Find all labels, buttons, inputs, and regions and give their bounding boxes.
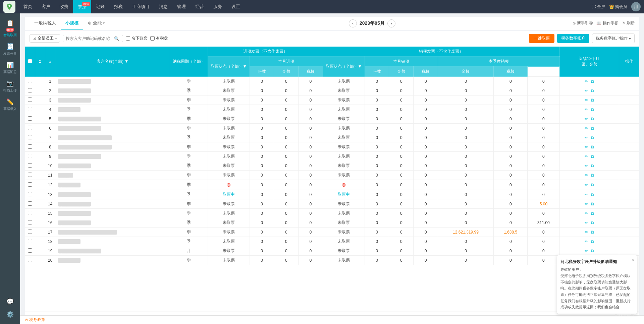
- nav-message[interactable]: 消息: [154, 0, 172, 13]
- nav-manage[interactable]: 管理: [172, 0, 191, 13]
- sidebar-item-zhiqupiao[interactable]: 📋 new 智能取票: [0, 17, 20, 40]
- refresh-btn[interactable]: ↻ 刷新: [622, 20, 635, 26]
- edit-icon[interactable]: ✏: [584, 135, 589, 140]
- manual-btn[interactable]: 📖 操作手册: [596, 20, 619, 26]
- row-checkbox[interactable]: [28, 230, 32, 234]
- notif-close-btn[interactable]: ×: [632, 257, 634, 263]
- edit-icon[interactable]: ✏: [584, 182, 589, 187]
- col-jin-status[interactable]: 取票状态（全部）▼: [208, 57, 250, 77]
- copy-icon[interactable]: ⧉: [590, 220, 594, 225]
- edit-icon[interactable]: ✏: [584, 126, 589, 131]
- sidebar-item-cfg[interactable]: ⚙️: [5, 308, 15, 321]
- tax-policy-btn[interactable]: ⊙ 税务政策: [25, 317, 45, 323]
- edit-icon[interactable]: ✏: [584, 79, 589, 84]
- col-customer[interactable]: 客户名称(全部) ▼: [55, 47, 170, 77]
- copy-icon[interactable]: ⧉: [590, 88, 594, 93]
- nav-bookkeeping[interactable]: 记账: [91, 0, 109, 13]
- row-checkbox[interactable]: [28, 163, 32, 168]
- tab-xiaogui[interactable]: 小规模: [61, 17, 83, 30]
- tab-quanneng[interactable]: ⊕ 全能 ▾: [83, 17, 110, 30]
- copy-icon[interactable]: ⧉: [590, 248, 594, 253]
- edit-icon[interactable]: ✏: [584, 116, 589, 121]
- cumulative-link[interactable]: 5.00: [540, 202, 547, 206]
- sidebar-item-luru[interactable]: ✏️ 票据录入: [0, 95, 20, 114]
- row-checkbox[interactable]: [28, 192, 32, 196]
- nav-home[interactable]: 首页: [19, 0, 37, 13]
- search-input[interactable]: [66, 36, 113, 41]
- ledger-checkbox[interactable]: [126, 36, 130, 41]
- fullscreen-btn[interactable]: ⛶ 全屏: [592, 4, 605, 10]
- edit-icon[interactable]: ✏: [584, 230, 589, 235]
- tab-yiban[interactable]: 一般纳税人: [30, 17, 61, 30]
- row-checkbox[interactable]: [28, 201, 32, 206]
- edit-icon[interactable]: ✏: [584, 173, 589, 178]
- edit-icon[interactable]: ✏: [584, 144, 589, 149]
- row-checkbox[interactable]: [28, 116, 32, 121]
- copy-icon[interactable]: ⧉: [590, 173, 594, 178]
- sidebar-item-msg[interactable]: 💬: [5, 295, 15, 308]
- copy-icon[interactable]: ⧉: [590, 116, 594, 121]
- row-checkbox[interactable]: [28, 154, 32, 158]
- nav-ticket[interactable]: 票据 new: [73, 0, 91, 13]
- copy-icon[interactable]: ⧉: [590, 79, 594, 84]
- row-checkbox[interactable]: [28, 107, 32, 111]
- row-checkbox[interactable]: [28, 182, 32, 187]
- copy-icon[interactable]: ⧉: [590, 239, 594, 244]
- nav-operation[interactable]: 经营: [191, 0, 209, 13]
- member-btn[interactable]: 👑 购会员: [609, 4, 627, 10]
- edit-icon[interactable]: ✏: [584, 248, 589, 253]
- edit-icon[interactable]: ✏: [584, 220, 589, 225]
- copy-icon[interactable]: ⧉: [590, 126, 594, 131]
- row-checkbox[interactable]: [28, 173, 32, 177]
- edit-icon[interactable]: ✏: [584, 154, 589, 159]
- copy-icon[interactable]: ⧉: [590, 144, 594, 149]
- sidebar-item-huizong[interactable]: 📊 票据汇总: [0, 59, 20, 77]
- red-amount-link[interactable]: 12,621,319.99: [453, 230, 479, 235]
- row-checkbox[interactable]: [28, 135, 32, 139]
- caozuo-btn[interactable]: 税务数字账户操作 ▾: [592, 34, 635, 43]
- edit-icon[interactable]: ✏: [584, 88, 589, 93]
- row-checkbox[interactable]: [28, 258, 32, 262]
- nav-client[interactable]: 客户: [37, 0, 55, 13]
- copy-icon[interactable]: ⧉: [590, 182, 594, 187]
- nav-fee[interactable]: 收费: [55, 0, 73, 13]
- col-xiao-status[interactable]: 取票状态（全部）▼: [323, 57, 365, 77]
- row-checkbox[interactable]: [28, 211, 32, 215]
- sidebar-item-scan[interactable]: 📷 扫描上传: [0, 77, 20, 95]
- edit-icon[interactable]: ✏: [584, 211, 589, 216]
- nav-business[interactable]: 工商项目: [127, 0, 154, 13]
- shuiwu-btn[interactable]: 税务数字账户: [557, 34, 589, 43]
- copy-icon[interactable]: ⧉: [590, 135, 594, 140]
- nav-settings[interactable]: 设置: [227, 0, 245, 13]
- copy-icon[interactable]: ⧉: [590, 201, 594, 206]
- edit-icon[interactable]: ✏: [584, 201, 589, 206]
- tax-checkbox[interactable]: [150, 36, 155, 41]
- next-period-btn[interactable]: ›: [387, 19, 395, 27]
- guide-btn[interactable]: ⊙ 新手引导: [573, 20, 593, 26]
- row-checkbox[interactable]: [28, 248, 32, 253]
- copy-icon[interactable]: ⧉: [590, 211, 594, 216]
- nav-tax[interactable]: 报税: [109, 0, 127, 13]
- row-checkbox[interactable]: [28, 220, 32, 224]
- yijian-btn[interactable]: 一键取票: [529, 34, 554, 43]
- edit-icon[interactable]: ✏: [584, 192, 589, 197]
- sidebar-item-kaiju[interactable]: 🧾 发票开具: [0, 40, 20, 59]
- row-checkbox[interactable]: [28, 79, 32, 83]
- tax-checkbox-label[interactable]: 有税盘: [150, 36, 168, 41]
- copy-icon[interactable]: ⧉: [590, 98, 594, 103]
- edit-icon[interactable]: ✏: [584, 107, 589, 112]
- row-checkbox[interactable]: [28, 98, 32, 102]
- copy-icon[interactable]: ⧉: [590, 163, 594, 168]
- edit-icon[interactable]: ✏: [584, 98, 589, 103]
- row-checkbox[interactable]: [28, 144, 32, 149]
- copy-icon[interactable]: ⧉: [590, 107, 594, 112]
- row-checkbox[interactable]: [28, 88, 32, 92]
- copy-icon[interactable]: ⧉: [590, 192, 594, 197]
- employee-select[interactable]: ☑ 全部员工 ▾: [30, 34, 60, 43]
- ledger-checkbox-label[interactable]: 名下账套: [126, 36, 148, 41]
- nav-service[interactable]: 服务: [209, 0, 227, 13]
- copy-icon[interactable]: ⧉: [590, 154, 594, 159]
- col-period[interactable]: 纳税周期（全部）: [170, 47, 208, 77]
- edit-icon[interactable]: ✏: [584, 163, 589, 168]
- select-all-checkbox[interactable]: [28, 59, 32, 63]
